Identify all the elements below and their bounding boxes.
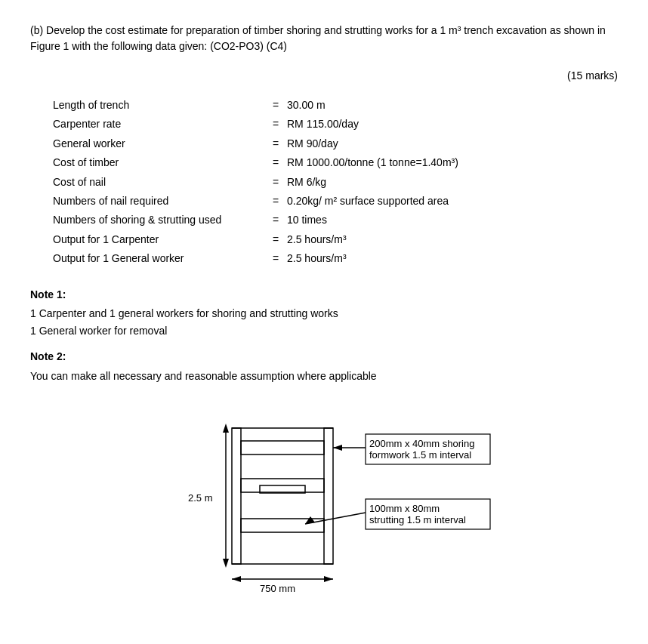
data-value: 30.00 m: [287, 97, 618, 113]
data-equals: =: [264, 193, 287, 209]
notes-section: Note 1: 1 Carpenter and 1 general worker…: [30, 286, 618, 385]
figure-section: 2.5 m 750 mm 200mm: [30, 407, 618, 596]
data-row: Output for 1 Carpenter=2.5 hours/m³: [53, 231, 618, 248]
data-label: Cost of nail: [53, 174, 264, 190]
question-header: (b) Develop the cost estimate for prepar…: [30, 23, 618, 54]
note1-line2: 1 General worker for removal: [30, 322, 618, 339]
data-equals: =: [264, 154, 287, 171]
annotation2-line2: strutting 1.5 m interval: [369, 514, 466, 525]
data-equals: =: [264, 116, 287, 132]
data-equals: =: [264, 231, 287, 248]
figure-container: 2.5 m 750 mm 200mm: [143, 407, 505, 596]
data-value: RM 90/day: [287, 135, 618, 152]
data-row: Length of trench=30.00 m: [53, 97, 618, 113]
depth-label: 2.5 m: [188, 492, 213, 504]
data-value: RM 1000.00/tonne (1 tonne=1.40m³): [287, 154, 618, 171]
marks-label: (15 marks): [30, 69, 618, 82]
data-row: General worker=RM 90/day: [53, 135, 618, 152]
data-row: Carpenter rate=RM 115.00/day: [53, 116, 618, 132]
data-equals: =: [264, 135, 287, 152]
svg-marker-2: [223, 559, 229, 568]
note2-line1: You can make all necessary and reasonabl…: [30, 368, 618, 384]
data-value: RM 6/kg: [287, 174, 618, 190]
data-label: Cost of timber: [53, 154, 264, 171]
note2-content: You can make all necessary and reasonabl…: [30, 368, 618, 384]
svg-marker-13: [324, 576, 333, 582]
data-value: 2.5 hours/m³: [287, 250, 618, 267]
data-label: Output for 1 General worker: [53, 250, 264, 267]
note2-title: Note 2:: [30, 348, 618, 366]
svg-rect-4: [241, 441, 324, 454]
annotation2-line1: 100mm x 80mm: [369, 503, 440, 514]
data-equals: =: [264, 211, 287, 228]
data-row: Output for 1 General worker=2.5 hours/m³: [53, 250, 618, 267]
question-label: (b): [30, 24, 43, 36]
data-equals: =: [264, 97, 287, 113]
figure-svg: 2.5 m 750 mm 200mm: [143, 407, 505, 603]
svg-marker-15: [333, 445, 342, 451]
data-table: Length of trench=30.00 mCarpenter rate=R…: [53, 97, 618, 267]
note1-line1: 1 Carpenter and 1 general workers for sh…: [30, 305, 618, 322]
data-value: 10 times: [287, 211, 618, 228]
question-body: Develop the cost estimate for preparatio…: [30, 24, 606, 52]
data-label: Carpenter rate: [53, 116, 264, 132]
data-row: Cost of nail=RM 6/kg: [53, 174, 618, 190]
data-equals: =: [264, 174, 287, 190]
data-row: Numbers of shoring & strutting used=10 t…: [53, 211, 618, 228]
data-value: 2.5 hours/m³: [287, 231, 618, 248]
data-label: General worker: [53, 135, 264, 152]
data-equals: =: [264, 250, 287, 267]
annotation1-line1: 200mm x 40mm shoring: [369, 438, 474, 449]
data-label: Length of trench: [53, 97, 264, 113]
data-label: Output for 1 Carpenter: [53, 231, 264, 248]
note1-content: 1 Carpenter and 1 general workers for sh…: [30, 305, 618, 339]
svg-rect-3: [232, 428, 241, 564]
note1-title: Note 1:: [30, 286, 618, 304]
data-label: Numbers of nail required: [53, 193, 264, 209]
annotation1-line2: formwork 1.5 m interval: [369, 449, 471, 461]
svg-marker-12: [232, 576, 241, 582]
width-label: 750 mm: [260, 583, 295, 594]
svg-marker-1: [223, 424, 229, 433]
data-value: RM 115.00/day: [287, 116, 618, 132]
data-row: Numbers of nail required=0.20kg/ m² surf…: [53, 193, 618, 209]
data-label: Numbers of shoring & strutting used: [53, 211, 264, 228]
svg-rect-7: [324, 428, 333, 564]
data-value: 0.20kg/ m² surface supported area: [287, 193, 618, 209]
data-row: Cost of timber=RM 1000.00/tonne (1 tonne…: [53, 154, 618, 171]
